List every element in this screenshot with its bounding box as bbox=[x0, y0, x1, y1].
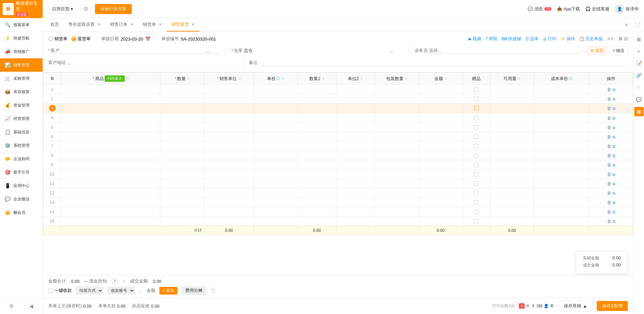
row-delete-btn[interactable]: 🗑 bbox=[607, 87, 611, 92]
row-qty-active[interactable] bbox=[160, 104, 204, 113]
radio-return[interactable]: 退货单 bbox=[71, 36, 91, 42]
row-available[interactable] bbox=[490, 94, 534, 104]
help-icon[interactable]: ? bbox=[210, 288, 216, 293]
row-gift-cb[interactable] bbox=[465, 181, 488, 186]
row-product[interactable] bbox=[61, 85, 160, 94]
sort-qty2-icon[interactable]: ⇅ bbox=[322, 77, 324, 80]
save-new-btn[interactable]: 保存&新增 bbox=[597, 301, 628, 311]
tab-sale-return[interactable]: 销货退货 ✕ bbox=[167, 18, 200, 32]
remark-input[interactable] bbox=[260, 59, 628, 66]
row-delete-btn[interactable]: 🗑 bbox=[607, 209, 611, 214]
row-copy-btn[interactable]: ⧉ bbox=[612, 163, 615, 168]
split-btn[interactable]: 费用分摊 bbox=[181, 286, 206, 295]
row-unit2[interactable] bbox=[336, 85, 375, 94]
row-unit-active[interactable] bbox=[204, 104, 254, 113]
row-qty2[interactable] bbox=[298, 85, 336, 94]
calc-icon[interactable]: ? bbox=[112, 278, 118, 284]
row-qty[interactable] bbox=[160, 94, 204, 104]
row-delete-btn[interactable]: 🗑 bbox=[607, 162, 611, 168]
right-panel-note-btn[interactable]: 📝 bbox=[634, 59, 644, 68]
row-delete-btn[interactable]: 🗑 bbox=[607, 190, 611, 196]
tab-sale-order[interactable]: 销售订单 ✕ bbox=[105, 18, 138, 32]
row-product-input[interactable] bbox=[61, 104, 160, 113]
row-amount[interactable] bbox=[419, 94, 463, 104]
row-gift-cb[interactable] bbox=[465, 125, 488, 130]
row-price-active[interactable] bbox=[254, 104, 298, 113]
row-copy-btn[interactable]: ⧉ bbox=[612, 200, 615, 205]
sidebar-item-base[interactable]: 📋 基础信息 bbox=[0, 125, 43, 139]
row-cost-price[interactable] bbox=[534, 94, 589, 104]
row-unit2[interactable] bbox=[336, 94, 375, 104]
row-product[interactable] bbox=[61, 94, 160, 104]
right-panel-active-btn[interactable]: ▦ bbox=[634, 107, 644, 116]
video-link[interactable]: ▶ 视频 bbox=[469, 36, 481, 42]
row-pkg-qty[interactable] bbox=[375, 85, 419, 94]
row-delete-btn[interactable]: 🗑 bbox=[607, 153, 611, 158]
row-pkg-qty[interactable] bbox=[375, 94, 419, 104]
row-pkg-active[interactable] bbox=[375, 104, 419, 113]
tab-close-sale-order[interactable]: ✕ bbox=[130, 22, 133, 27]
sidebar-item-operations[interactable]: 📈 经营管理 bbox=[0, 112, 43, 125]
sidebar-item-inventory[interactable]: 📦 库存核算 bbox=[0, 85, 43, 99]
row-copy-btn[interactable]: ⧉ bbox=[612, 116, 615, 121]
sort-qty-icon[interactable]: ⇅ bbox=[187, 77, 190, 80]
sort-price-icon[interactable]: ⇅ bbox=[281, 77, 284, 80]
right-panel-list-btn[interactable]: ≡ bbox=[634, 47, 644, 56]
person-icon[interactable]: 👤 bbox=[544, 304, 549, 308]
row-gift-cb[interactable] bbox=[465, 134, 488, 139]
staff-input[interactable] bbox=[428, 47, 582, 54]
breadcrumb-select[interactable]: 日用百货 ▾ bbox=[48, 4, 77, 14]
settings-btn[interactable]: ⚙ 设置 bbox=[587, 46, 607, 55]
row-available[interactable] bbox=[490, 85, 534, 94]
row-delete-btn[interactable]: 🗑 bbox=[607, 115, 611, 121]
sort-unit-icon[interactable]: ⇅ bbox=[238, 77, 241, 80]
app-download-btn[interactable]: 📥 App下载 bbox=[557, 6, 580, 12]
row-amount[interactable] bbox=[419, 85, 463, 94]
header-gear-btn[interactable]: ⚙ bbox=[81, 4, 91, 14]
row-gift-cb[interactable] bbox=[465, 87, 488, 92]
sidebar-item-wechat[interactable]: 💬 企业微信 bbox=[0, 192, 43, 206]
sidebar-item-finance[interactable]: 💰 资金管理 bbox=[0, 99, 43, 112]
row-copy-btn[interactable]: ⧉ bbox=[612, 87, 615, 92]
voice-icon[interactable]: 🎙 bbox=[531, 304, 535, 308]
row-copy-btn[interactable]: ⧉ bbox=[612, 144, 615, 149]
row-unit[interactable] bbox=[204, 85, 254, 94]
row-qty2-active[interactable] bbox=[298, 104, 336, 113]
row-qty[interactable] bbox=[160, 85, 204, 94]
row-gift-cb[interactable] bbox=[465, 191, 488, 195]
tab-sale-price[interactable]: 售价提取设置 ✕ bbox=[64, 18, 105, 32]
row-gift-cb[interactable] bbox=[465, 219, 488, 224]
fullscreen-btn[interactable]: ⛶ bbox=[633, 21, 641, 29]
shortcut-link[interactable]: ⌨ 快捷键 bbox=[501, 36, 521, 42]
messages-btn[interactable]: 💬 消息 70 bbox=[528, 6, 551, 12]
row-copy-btn[interactable]: ⧉ bbox=[612, 219, 615, 224]
row-copy-btn[interactable]: ⧉ bbox=[612, 135, 615, 139]
input-icon[interactable]: ⌨ bbox=[537, 304, 542, 308]
row-copy-btn[interactable]: ⧉ bbox=[612, 191, 615, 196]
tools-icon[interactable]: 中 bbox=[526, 303, 530, 309]
one-click-checkbox[interactable]: 一键收款 bbox=[48, 288, 72, 294]
row-delete-btn[interactable]: 🗑 bbox=[607, 181, 611, 186]
row-delete-btn[interactable]: 🗑 bbox=[607, 200, 611, 205]
collapse-btn[interactable]: ◀ bbox=[23, 301, 40, 311]
operation-link[interactable]: ⚡ 操作 bbox=[560, 36, 575, 42]
calendar-icon[interactable]: 📅 bbox=[145, 37, 151, 42]
sidebar-item-guide[interactable]: 🎯 新手引导 bbox=[0, 166, 43, 179]
row-cost-price[interactable] bbox=[534, 85, 589, 94]
add-fee-btn[interactable]: + 添加 bbox=[159, 287, 177, 295]
sidebar-item-member[interactable]: 👑 畅会员 bbox=[0, 206, 43, 219]
row-copy-btn[interactable]: ⧉ bbox=[612, 153, 615, 158]
staff-select-btn[interactable]: ... bbox=[583, 48, 587, 53]
row-gift-cb[interactable] bbox=[465, 163, 488, 167]
row-copy-btn[interactable]: ⧉ bbox=[612, 172, 615, 177]
right-panel-link-btn[interactable]: 🔗 bbox=[634, 71, 644, 80]
sidebar-item-shortcut[interactable]: ⚡ 快捷导航 bbox=[0, 32, 43, 45]
cost-info-icon[interactable]: ⓘ bbox=[569, 76, 573, 81]
settlement-select[interactable]: 结算方式 bbox=[76, 287, 103, 295]
table-gear-icon[interactable]: ⚙ bbox=[50, 76, 54, 81]
row-amount-active[interactable] bbox=[419, 104, 463, 113]
row-copy-btn[interactable]: ⧉ bbox=[612, 106, 615, 111]
tab-close-sale-delivery[interactable]: ✕ bbox=[159, 22, 162, 27]
row-price[interactable] bbox=[254, 94, 298, 104]
row-gift-cb[interactable] bbox=[465, 153, 488, 158]
